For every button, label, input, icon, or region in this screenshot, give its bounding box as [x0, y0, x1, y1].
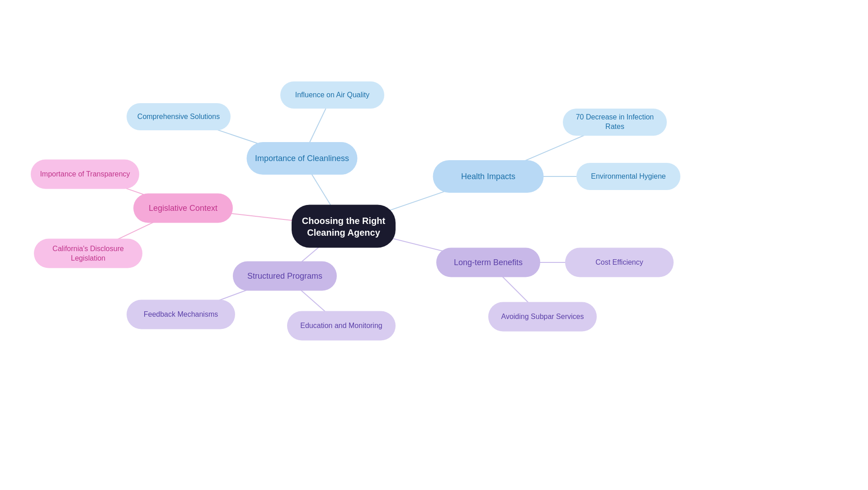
node-transparency[interactable]: Importance of Transparency: [31, 160, 139, 189]
node-feedback[interactable]: Feedback Mechanisms: [127, 300, 235, 329]
node-cleanliness[interactable]: Importance of Cleanliness: [247, 142, 358, 175]
node-disclosure[interactable]: California's Disclosure Legislation: [34, 239, 142, 268]
node-comp-solutions[interactable]: Comprehensive Solutions: [127, 103, 231, 130]
node-center[interactable]: Choosing the Right Cleaning Agency: [292, 205, 396, 248]
node-cost-efficiency[interactable]: Cost Efficiency: [565, 248, 674, 277]
node-long-term[interactable]: Long-term Benefits: [436, 248, 540, 277]
node-air-quality[interactable]: Influence on Air Quality: [280, 81, 384, 109]
node-infection-rates[interactable]: 70 Decrease in Infection Rates: [563, 109, 667, 136]
node-structured[interactable]: Structured Programs: [233, 262, 337, 291]
node-education[interactable]: Education and Monitoring: [287, 311, 396, 341]
node-legislative[interactable]: Legislative Context: [133, 194, 233, 223]
mind-map-container: Choosing the Right Cleaning AgencyImport…: [0, 0, 868, 490]
node-avoid-subpar[interactable]: Avoiding Subpar Services: [488, 302, 597, 332]
node-env-hygiene[interactable]: Environmental Hygiene: [576, 163, 680, 190]
node-health[interactable]: Health Impacts: [433, 160, 544, 193]
